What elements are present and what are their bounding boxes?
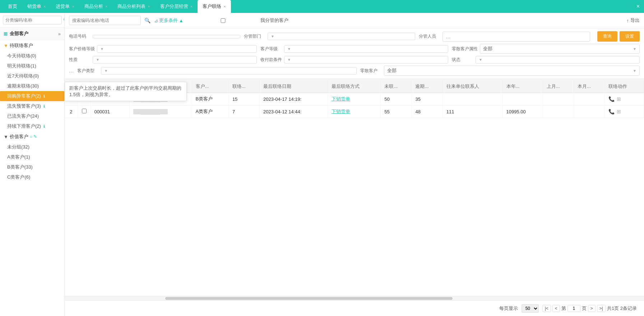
next-page-button[interactable]: > xyxy=(588,305,596,312)
td-this-month-1 xyxy=(574,93,604,105)
chevron-down-customer-type: ▼ xyxy=(104,69,108,73)
sidebar-label-overdue: 逾期未联络(30) xyxy=(7,83,39,89)
nav-item-home[interactable]: 首页 xyxy=(3,0,22,13)
search-input[interactable] xyxy=(69,16,141,25)
nav-item-product-analysis[interactable]: 商品分析 × xyxy=(79,0,112,13)
sidebar-item-declining[interactable]: 持续下滑客户(2) ℹ xyxy=(0,121,64,131)
first-page-button[interactable]: |< xyxy=(542,305,551,312)
filter-row-1: 电话号码 分管部门 ▼ 分管人员 ... 查询 设置 xyxy=(69,31,640,42)
sidebar-label-tomorrow: 明天待联络(1) xyxy=(7,63,36,69)
row1-phone-icon[interactable]: 📞 xyxy=(608,96,615,102)
nav-item-customer-contact[interactable]: 客户联络 × xyxy=(198,0,231,13)
sidebar-item-overdue[interactable]: 逾期未联络(30) xyxy=(0,81,64,91)
per-page-select[interactable]: 50 xyxy=(522,304,539,313)
query-button[interactable]: 查询 xyxy=(597,31,617,42)
sidebar-label-class-b: B类客户(33) xyxy=(7,164,33,170)
row1-more-icon[interactable]: ⊞ xyxy=(617,96,621,102)
last-page-button[interactable]: >| xyxy=(597,305,606,312)
sidebar-item-7days[interactable]: 近7天待联络(0) xyxy=(0,71,64,81)
gender-select[interactable]: ▼ xyxy=(93,56,257,63)
td-contact-person-1 xyxy=(443,93,502,105)
phone-select[interactable] xyxy=(93,35,240,38)
prev-page-button[interactable]: < xyxy=(552,305,560,312)
search-button[interactable]: 🔍 xyxy=(144,18,150,23)
dots-manager[interactable]: ... xyxy=(446,33,450,40)
collapse-arrow[interactable]: » xyxy=(58,31,61,37)
department-select[interactable]: ▼ xyxy=(268,33,415,40)
sidebar-search-input[interactable] xyxy=(3,16,62,24)
settings-button[interactable]: 设置 xyxy=(620,31,640,42)
horizontal-scrollbar[interactable] xyxy=(65,296,644,300)
th-this-month-label: 本月... xyxy=(578,84,591,89)
nav-item-product-list[interactable]: 商品分析列表 × xyxy=(112,0,155,13)
customer-type-select[interactable]: ▼ xyxy=(101,67,357,75)
nav-label-product-list: 商品分析列表 xyxy=(117,3,145,10)
row2-checkbox[interactable] xyxy=(82,109,87,113)
nav-close-customer-contact[interactable]: × xyxy=(223,4,226,9)
more-conditions-button[interactable]: ⊿ 更多条件 ▲ xyxy=(154,17,184,24)
export-button[interactable]: ↑ 导出 xyxy=(627,17,640,24)
top-nav: 首页 销货单 × 进货单 × 商品分析 × 商品分析列表 × 客户分层经营 × … xyxy=(0,0,644,13)
row2-phone-icon[interactable]: 📞 xyxy=(608,109,615,114)
nav-close-sales[interactable]: × xyxy=(43,4,46,9)
th-overdue-label: 逾期... xyxy=(415,84,428,89)
filter-field-gender: 性质 ▼ xyxy=(69,56,257,63)
filter-field-price-level: 客户价格等级 ▼ xyxy=(69,45,257,53)
th-no-contact-label: 未联... xyxy=(384,84,398,89)
arrow-down-icon: ▼ xyxy=(4,43,8,48)
sidebar-item-class-c[interactable]: C类客户(6) xyxy=(0,172,64,182)
td-checkbox-2 xyxy=(78,105,91,118)
th-contact-count: 联络... xyxy=(228,80,259,93)
sidebar-item-class-a[interactable]: A类客户(1) xyxy=(0,152,64,162)
my-customers-checkbox[interactable] xyxy=(187,18,259,23)
th-this-year-label: 本年... xyxy=(506,84,520,89)
sidebar-section-pending[interactable]: ▼ 待联络客户 xyxy=(0,40,64,51)
close-all-button[interactable]: × xyxy=(636,3,640,10)
nav-label-customer-contact: 客户联络 xyxy=(203,3,221,10)
retail-attr-select[interactable]: 全部 ▼ xyxy=(480,44,640,54)
page-label: 第 xyxy=(561,305,566,312)
sidebar-item-today[interactable]: 今天待联络(0) xyxy=(0,51,64,61)
nav-close-customer-segment[interactable]: × xyxy=(190,4,193,9)
row2-more-icon[interactable]: ⊞ xyxy=(617,109,621,114)
sidebar-item-class-b[interactable]: B类客户(33) xyxy=(0,162,64,172)
row1-last-contact-method[interactable]: 下销货单 xyxy=(332,96,350,102)
sidebar-item-abnormal[interactable]: 回购异常客户(2) ℹ xyxy=(0,91,64,101)
sidebar-section-value[interactable]: ▼ 价值客户 ○ ✎ xyxy=(0,131,64,142)
filter-row-3: 性质 ▼ 收付款条件 ▼ 状态 ▼ xyxy=(69,56,640,63)
nav-close-purchase[interactable]: × xyxy=(72,4,74,9)
th-actions-label: 联络动作 xyxy=(608,84,627,89)
retail-customer-select[interactable]: 全部 ▼ xyxy=(384,66,640,76)
nav-close-product-list[interactable]: × xyxy=(148,4,150,9)
scrollbar-thumb[interactable] xyxy=(165,297,453,300)
row1-last-contact-date: 2023-04-17 14:19: xyxy=(263,96,301,102)
page-input[interactable] xyxy=(567,305,580,312)
sidebar-item-churned[interactable]: 已流失客户(24) xyxy=(0,111,64,121)
row2-contact-person: 111 xyxy=(446,109,454,114)
per-page-label: 每页显示 xyxy=(499,305,518,312)
price-level-select[interactable]: ▼ xyxy=(97,45,257,53)
customer-level-select[interactable]: ▼ xyxy=(284,45,448,53)
th-contact-person: 往来单位联系人 xyxy=(443,80,502,93)
sidebar-item-churn-warning[interactable]: 流失预警客户(3) ℹ xyxy=(0,101,64,111)
nav-label-product-analysis: 商品分析 xyxy=(84,3,103,10)
nav-close-product-analysis[interactable]: × xyxy=(105,4,107,9)
th-last-contact-method: 最后联络方式 xyxy=(328,80,381,93)
payment-select[interactable]: ▼ xyxy=(284,56,448,63)
filter-dots[interactable]: ... xyxy=(69,67,74,74)
nav-item-purchase[interactable]: 进货单 × xyxy=(51,0,79,13)
manager-select[interactable]: ... xyxy=(443,32,590,42)
phone-label: 电话号码 xyxy=(69,33,91,39)
sidebar-item-ungrouped[interactable]: 未分组(32) xyxy=(0,142,64,152)
th-last-contact-method-label: 最后联络方式 xyxy=(332,84,360,89)
chevron-up-icon: ▲ xyxy=(179,18,184,23)
nav-item-sales[interactable]: 销货单 × xyxy=(22,0,51,13)
nav-item-customer-segment[interactable]: 客户分层经营 × xyxy=(155,0,198,13)
td-no-contact-1: 50 xyxy=(381,93,412,105)
td-no-2: 2 xyxy=(65,105,78,118)
status-select[interactable]: ▼ xyxy=(476,56,640,63)
chevron-down-customer: ▼ xyxy=(287,47,291,51)
filter-field-department: 分管部门 ▼ xyxy=(244,33,415,40)
row2-last-contact-method[interactable]: 下销货单 xyxy=(332,109,350,114)
sidebar-item-tomorrow[interactable]: 明天待联络(1) xyxy=(0,61,64,71)
